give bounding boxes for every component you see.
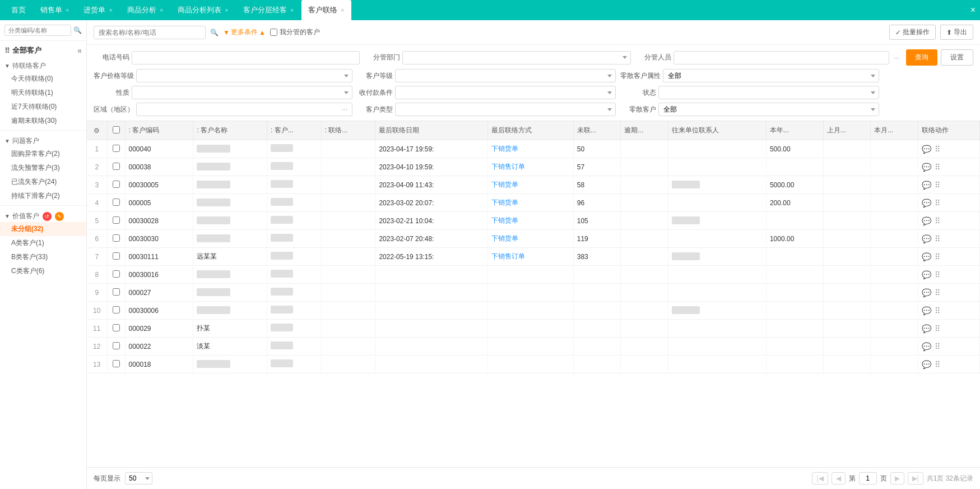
message-icon[interactable]: 💬 [922, 252, 931, 261]
row-checkbox[interactable] [113, 145, 120, 152]
more-icon[interactable]: ⠿ [935, 216, 940, 225]
first-page-btn[interactable]: |◀ [812, 472, 828, 485]
more-icon[interactable]: ⠿ [935, 163, 940, 172]
search-input[interactable] [94, 26, 206, 39]
row-checkbox[interactable] [113, 270, 120, 278]
my-customers-checkbox-label[interactable]: 我分管的客户 [270, 27, 320, 37]
more-icon[interactable]: ⠿ [935, 342, 940, 351]
close-tab-product-list[interactable]: × [225, 7, 228, 13]
more-icon[interactable]: ⠿ [935, 234, 940, 243]
message-icon[interactable]: 💬 [922, 288, 931, 297]
message-icon[interactable]: 💬 [922, 216, 931, 225]
more-icon[interactable]: ⠿ [935, 145, 940, 154]
row-last-way-link[interactable]: 下销货单 [491, 199, 518, 206]
message-icon[interactable]: 💬 [922, 342, 931, 351]
row-last-way-link[interactable]: 下销货单 [491, 145, 518, 153]
sidebar-item-overdue[interactable]: 逾期未联络(30) [0, 114, 86, 128]
my-customers-checkbox[interactable] [270, 29, 277, 36]
sidebar-item-abnormal[interactable]: 固购异常客户(2) [0, 147, 86, 161]
sidebar-item-7day[interactable]: 近7天待联络(0) [0, 100, 86, 114]
tab-home[interactable]: 首页 [4, 0, 32, 20]
sidebar-item-today[interactable]: 今天待联络(0) [0, 72, 86, 86]
more-icon[interactable]: ⠿ [935, 270, 940, 279]
more-icon[interactable]: ⠿ [935, 181, 940, 190]
message-icon[interactable]: 💬 [922, 234, 931, 243]
close-tab-customer-contact[interactable]: × [341, 7, 344, 13]
message-icon[interactable]: 💬 [922, 199, 931, 207]
row-checkbox[interactable] [113, 216, 120, 224]
tab-product-list[interactable]: 商品分析列表 × [171, 0, 235, 20]
tab-purchase[interactable]: 进货单 × [77, 0, 119, 20]
region-select[interactable]: ··· [136, 103, 352, 116]
th-settings[interactable]: ⚙ [87, 121, 107, 140]
sidebar-item-tomorrow[interactable]: 明天待联络(1) [0, 86, 86, 100]
message-icon[interactable]: 💬 [922, 270, 931, 279]
row-last-way-link[interactable]: 下销售订单 [491, 163, 525, 170]
next-page-btn[interactable]: ▶ [890, 472, 904, 485]
sidebar-item-ungrouped[interactable]: 未分组(32) [0, 222, 86, 236]
window-close-icon[interactable]: × [970, 5, 976, 15]
payment-select[interactable] [395, 86, 616, 99]
row-last-way-link[interactable]: 下销货单 [491, 216, 518, 224]
message-icon[interactable]: 💬 [922, 181, 931, 190]
row-checkbox[interactable] [113, 163, 120, 170]
sidebar-collapse-icon[interactable]: « [77, 46, 82, 55]
query-button[interactable]: 查询 [906, 49, 937, 66]
message-icon[interactable]: 💬 [922, 306, 931, 315]
batch-op-button[interactable]: ✓ 批量操作 [889, 25, 936, 40]
sidebar-item-group-a[interactable]: A类客户(1) [0, 236, 86, 250]
price-level-select[interactable] [136, 69, 352, 82]
sidebar-search-icon[interactable]: 🔍 [73, 26, 82, 34]
retail-customer-select[interactable]: 全部 [658, 103, 879, 116]
row-checkbox[interactable] [113, 324, 120, 331]
row-checkbox[interactable] [113, 181, 120, 188]
tab-customer-contact[interactable]: 客户联络 × [301, 0, 351, 20]
close-tab-product-analysis[interactable]: × [160, 7, 163, 13]
close-tab-customer-segment[interactable]: × [290, 7, 294, 13]
message-icon[interactable]: 💬 [922, 360, 931, 369]
retail-attr-select[interactable]: 全部 [663, 69, 879, 82]
prev-page-btn[interactable]: ◀ [832, 472, 846, 485]
reset-button[interactable]: 设置 [941, 49, 973, 66]
row-checkbox[interactable] [113, 199, 120, 206]
sidebar-search-input[interactable] [4, 25, 71, 36]
problem-customers-group[interactable]: ▼ 问题客户 [0, 133, 86, 147]
row-checkbox[interactable] [113, 360, 120, 367]
more-icon[interactable]: ⠿ [935, 360, 940, 369]
customer-level-select[interactable] [395, 69, 616, 82]
message-icon[interactable]: 💬 [922, 163, 931, 172]
message-icon[interactable]: 💬 [922, 324, 931, 333]
staff-input[interactable] [674, 51, 889, 64]
more-conditions-btn[interactable]: ▼ 更多条件 ▲ [223, 27, 266, 37]
gender-select[interactable] [132, 86, 352, 99]
close-tab-sales[interactable]: × [66, 7, 69, 13]
page-size-select[interactable]: 50 100 200 [125, 472, 152, 485]
message-icon[interactable]: 💬 [922, 145, 931, 154]
more-icon[interactable]: ⠿ [935, 252, 940, 261]
filter-search-icon[interactable]: 🔍 [210, 29, 219, 36]
all-customers-header[interactable]: ⠿ 全部客户 « [0, 41, 86, 58]
sidebar-item-lost[interactable]: 已流失客户(24) [0, 175, 86, 189]
last-page-btn[interactable]: ▶| [908, 472, 923, 485]
waiting-contact-group[interactable]: ▼ 待联络客户 [0, 58, 86, 72]
row-checkbox[interactable] [113, 252, 120, 260]
row-checkbox[interactable] [113, 306, 120, 313]
status-select[interactable] [658, 86, 879, 99]
more-icon[interactable]: ⠿ [935, 324, 940, 333]
dept-select[interactable] [402, 51, 630, 64]
close-tab-purchase[interactable]: × [109, 7, 112, 13]
phone-input[interactable] [132, 51, 360, 64]
sidebar-item-group-c[interactable]: C类客户(6) [0, 264, 86, 278]
more-icon[interactable]: ⠿ [935, 199, 940, 207]
page-input[interactable] [859, 472, 877, 485]
more-icon[interactable]: ⠿ [935, 306, 940, 315]
more-icon[interactable]: ⠿ [935, 288, 940, 297]
row-checkbox[interactable] [113, 234, 120, 242]
staff-more-icon[interactable]: ··· [891, 54, 902, 62]
tab-product-analysis[interactable]: 商品分析 × [120, 0, 170, 20]
tab-sales[interactable]: 销售单 × [34, 0, 76, 20]
tab-customer-segment[interactable]: 客户分层经客 × [236, 0, 300, 20]
sidebar-item-churn[interactable]: 流失预警客户(3) [0, 161, 86, 175]
row-checkbox[interactable] [113, 342, 120, 349]
row-last-way-link[interactable]: 下销售订单 [491, 252, 525, 260]
